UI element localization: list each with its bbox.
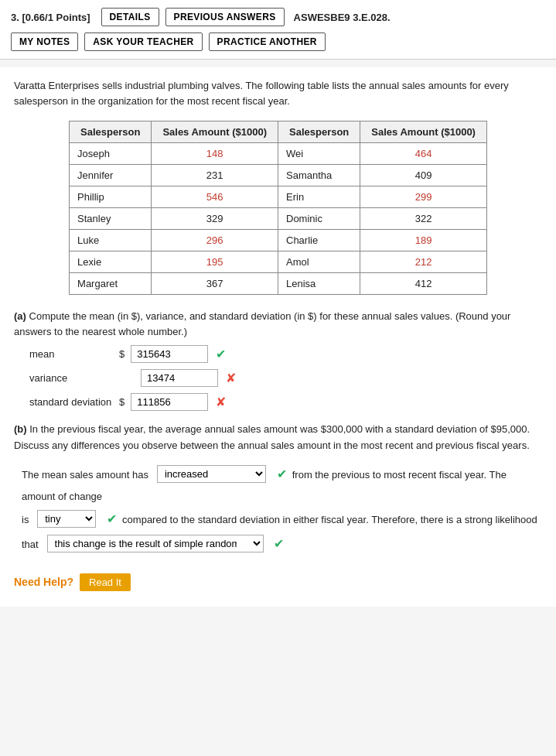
salesperson-name-1: Joseph xyxy=(70,143,152,165)
part-a-label: (a) Compute the mean (in $), variance, a… xyxy=(14,309,542,339)
sales-amount-1: 329 xyxy=(152,208,278,230)
sales-amount-1: 546 xyxy=(152,186,278,208)
col-header-sales2: Sales Amount ($1000) xyxy=(360,121,487,143)
part-b-sentences: The mean sales amount has increased decr… xyxy=(22,462,542,556)
part-a-section: (a) Compute the mean (in $), variance, a… xyxy=(14,309,542,411)
second-row: MY NOTES ASK YOUR TEACHER PRACTICE ANOTH… xyxy=(11,32,545,51)
col-header-salesperson2: Salesperson xyxy=(278,121,360,143)
sales-amount-1: 367 xyxy=(152,273,278,295)
salesperson-name-2: Lenisa xyxy=(278,273,360,295)
read-it-button[interactable]: Read It xyxy=(80,573,131,591)
table-row: Stanley329Dominic322 xyxy=(70,208,487,230)
sales-amount-1: 148 xyxy=(152,143,278,165)
mean-label: mean xyxy=(29,348,114,360)
salesperson-name-2: Erin xyxy=(278,186,360,208)
dropdown3-check-icon: ✔ xyxy=(274,532,284,556)
previous-answers-button[interactable]: PREVIOUS ANSWERS xyxy=(165,8,285,26)
col-header-sales1: Sales Amount ($1000) xyxy=(152,121,278,143)
need-help-label: Need Help? xyxy=(14,576,73,588)
details-button[interactable]: DETAILS xyxy=(101,8,159,26)
dropdown2-wrapper: tiny small large ✔ xyxy=(37,507,117,532)
salesperson-name-1: Stanley xyxy=(70,208,152,230)
std-row: standard deviation $ ✘ xyxy=(29,393,542,411)
sales-amount-2: 412 xyxy=(360,273,487,295)
need-help-section: Need Help? Read It xyxy=(14,573,542,591)
salesperson-name-1: Jennifer xyxy=(70,165,152,186)
sales-amount-2: 464 xyxy=(360,143,487,165)
table-row: Luke296Charlie189 xyxy=(70,230,487,251)
increased-dropdown[interactable]: increased decreased stayed the same xyxy=(157,465,266,483)
sales-table: Salesperson Sales Amount ($1000) Salespe… xyxy=(69,121,487,295)
salesperson-name-1: Margaret xyxy=(70,273,152,295)
sales-amount-1: 231 xyxy=(152,165,278,186)
mean-dollar: $ xyxy=(119,348,125,360)
dropdown3-wrapper: this change is the result of simple rand… xyxy=(47,532,285,556)
randomness-dropdown[interactable]: this change is the result of simple rand… xyxy=(47,535,264,552)
sales-amount-2: 409 xyxy=(360,165,487,186)
dropdown1-check-icon: ✔ xyxy=(277,462,287,487)
salesperson-name-1: Lexie xyxy=(70,251,152,273)
sales-amount-2: 299 xyxy=(360,186,487,208)
std-cross-icon: ✘ xyxy=(216,395,226,409)
sales-amount-2: 322 xyxy=(360,208,487,230)
mean-row: mean $ ✔ xyxy=(29,345,542,363)
salesperson-name-1: Luke xyxy=(70,230,152,251)
main-content: Varatta Enterprises sells industrial plu… xyxy=(0,67,556,607)
std-label: standard deviation xyxy=(29,396,114,408)
top-row: 3. [0.66/1 Points] DETAILS PREVIOUS ANSW… xyxy=(11,8,545,26)
sentence2-post: compared to the standard deviation in ei… xyxy=(122,513,537,525)
std-input[interactable] xyxy=(131,393,208,411)
problem-text: Varatta Enterprises sells industrial plu… xyxy=(14,78,542,108)
dropdown1-wrapper: increased decreased stayed the same ✔ xyxy=(157,462,287,487)
salesperson-name-2: Wei xyxy=(278,143,360,165)
mean-input[interactable] xyxy=(131,345,208,363)
table-row: Joseph148Wei464 xyxy=(70,143,487,165)
sentence1-pre: The mean sales amount has xyxy=(22,468,148,480)
my-notes-button[interactable]: MY NOTES xyxy=(11,32,78,51)
sales-amount-2: 189 xyxy=(360,230,487,251)
dropdown2-check-icon: ✔ xyxy=(107,507,117,532)
mean-check-icon: ✔ xyxy=(216,347,226,361)
part-b-label: (b) In the previous fiscal year, the ave… xyxy=(14,422,542,454)
sentence3-pre: that xyxy=(22,538,39,549)
part-b-section: (b) In the previous fiscal year, the ave… xyxy=(14,422,542,556)
tiny-dropdown[interactable]: tiny small large xyxy=(37,510,96,528)
table-row: Lexie195Amol212 xyxy=(70,251,487,273)
table-row: Phillip546Erin299 xyxy=(70,186,487,208)
sentence2-pre: is xyxy=(22,513,29,525)
std-dollar: $ xyxy=(119,396,125,408)
sales-amount-2: 212 xyxy=(360,251,487,273)
variance-cross-icon: ✘ xyxy=(226,371,236,385)
col-header-salesperson1: Salesperson xyxy=(70,121,152,143)
table-row: Margaret367Lenisa412 xyxy=(70,273,487,295)
salesperson-name-2: Amol xyxy=(278,251,360,273)
variance-input[interactable] xyxy=(141,369,218,387)
practice-another-button[interactable]: PRACTICE ANOTHER xyxy=(209,32,326,51)
ask-teacher-button[interactable]: ASK YOUR TEACHER xyxy=(84,32,202,51)
variance-row: variance ✘ xyxy=(29,369,542,387)
salesperson-name-2: Charlie xyxy=(278,230,360,251)
problem-code: ASWESBE9 3.E.028. xyxy=(294,12,391,23)
sales-amount-1: 195 xyxy=(152,251,278,273)
salesperson-name-1: Phillip xyxy=(70,186,152,208)
table-row: Jennifer231Samantha409 xyxy=(70,165,487,186)
salesperson-name-2: Samantha xyxy=(278,165,360,186)
variance-label: variance xyxy=(29,372,114,384)
salesperson-name-2: Dominic xyxy=(278,208,360,230)
top-bar: 3. [0.66/1 Points] DETAILS PREVIOUS ANSW… xyxy=(0,0,556,60)
sales-amount-1: 296 xyxy=(152,230,278,251)
problem-number: 3. [0.66/1 Points] xyxy=(11,12,90,23)
